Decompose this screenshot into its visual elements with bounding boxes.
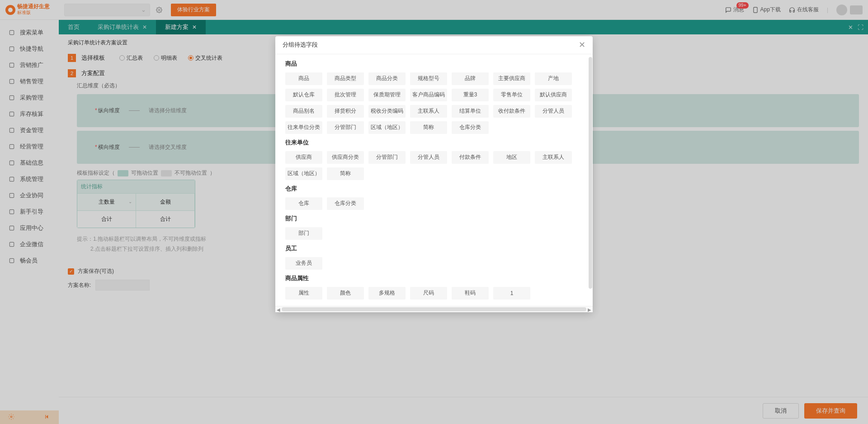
field-chip[interactable]: 部门 <box>285 227 322 240</box>
field-chip[interactable]: 商品类型 <box>327 72 364 85</box>
field-chip[interactable]: 保质期管理 <box>368 89 406 101</box>
field-chip[interactable]: 区域（地区） <box>368 121 406 134</box>
field-chip[interactable]: 仓库分类 <box>327 197 364 210</box>
field-group-4: 员工业务员 <box>285 244 583 270</box>
field-chip[interactable]: 分管部门 <box>327 121 364 134</box>
field-chip[interactable]: 分管人员 <box>535 105 572 118</box>
vertical-scrollbar[interactable] <box>588 54 593 306</box>
field-chip[interactable]: 零售单位 <box>493 89 530 101</box>
scroll-left-icon[interactable]: ◀ <box>275 306 282 313</box>
field-chip[interactable]: 主联系人 <box>535 151 572 164</box>
field-chip[interactable]: 收付款条件 <box>493 105 530 118</box>
field-group-title: 商品属性 <box>285 274 583 282</box>
field-chip[interactable]: 主要供应商 <box>493 72 530 85</box>
close-icon[interactable]: ✕ <box>579 40 585 50</box>
field-chip[interactable]: 仓库 <box>285 197 322 210</box>
modal-title: 分组待选字段 <box>283 41 318 49</box>
field-chip[interactable]: 分管部门 <box>368 151 406 164</box>
field-group-0: 商品商品商品类型商品分类规格型号品牌主要供应商产地默认仓库批次管理保质期管理客户… <box>285 60 583 134</box>
scroll-right-icon[interactable]: ▶ <box>586 306 593 313</box>
field-chip[interactable]: 尺码 <box>410 287 447 300</box>
field-group-3: 部门部门 <box>285 214 583 240</box>
field-chip[interactable]: 客户商品编码 <box>410 89 447 101</box>
field-chip[interactable]: 结算单位 <box>452 105 489 118</box>
field-chip[interactable]: 主联系人 <box>410 105 447 118</box>
field-chip[interactable]: 分管人员 <box>410 151 447 164</box>
field-chip[interactable]: 税收分类编码 <box>368 105 406 118</box>
field-group-title: 部门 <box>285 214 583 223</box>
field-group-title: 商品 <box>285 60 583 68</box>
field-chip[interactable]: 默认供应商 <box>535 89 572 101</box>
field-chip[interactable]: 供应商分类 <box>327 151 364 164</box>
field-chip[interactable]: 商品 <box>285 72 322 85</box>
field-chip[interactable]: 业务员 <box>285 257 322 270</box>
horizontal-scrollbar[interactable]: ◀ ▶ <box>275 306 593 312</box>
field-chip[interactable]: 仓库分类 <box>452 121 489 134</box>
field-chip[interactable]: 批次管理 <box>327 89 364 101</box>
field-chip[interactable]: 付款条件 <box>452 151 489 164</box>
field-chip[interactable]: 1 <box>493 287 530 300</box>
field-chip[interactable]: 地区 <box>493 151 530 164</box>
field-chip[interactable]: 区域（地区） <box>285 167 322 180</box>
field-group-2: 仓库仓库仓库分类 <box>285 185 583 210</box>
field-chip[interactable]: 供应商 <box>285 151 322 164</box>
field-selector-modal: 分组待选字段 ✕ 商品商品商品类型商品分类规格型号品牌主要供应商产地默认仓库批次… <box>275 36 593 312</box>
field-chip[interactable]: 规格型号 <box>410 72 447 85</box>
field-chip[interactable]: 商品分类 <box>368 72 406 85</box>
field-chip[interactable]: 多规格 <box>368 287 406 300</box>
field-chip[interactable]: 品牌 <box>452 72 489 85</box>
field-chip[interactable]: 属性 <box>285 287 322 300</box>
field-chip[interactable]: 商品别名 <box>285 105 322 118</box>
field-group-1: 往来单位供应商供应商分类分管部门分管人员付款条件地区主联系人区域（地区）简称 <box>285 138 583 180</box>
field-chip[interactable]: 往来单位分类 <box>285 121 322 134</box>
field-chip[interactable]: 默认仓库 <box>285 89 322 101</box>
modal-mask: 分组待选字段 ✕ 商品商品商品类型商品分类规格型号品牌主要供应商产地默认仓库批次… <box>0 0 868 424</box>
field-chip[interactable]: 颜色 <box>327 287 364 300</box>
field-group-title: 仓库 <box>285 185 583 193</box>
field-chip[interactable]: 简称 <box>410 121 447 134</box>
field-chip[interactable]: 鞋码 <box>452 287 489 300</box>
field-chip[interactable]: 重量3 <box>452 89 489 101</box>
field-chip[interactable]: 简称 <box>327 167 364 180</box>
field-chip[interactable]: 产地 <box>535 72 572 85</box>
field-group-5: 商品属性属性颜色多规格尺码鞋码1 <box>285 274 583 300</box>
field-group-title: 往来单位 <box>285 138 583 147</box>
modal-body: 商品商品商品类型商品分类规格型号品牌主要供应商产地默认仓库批次管理保质期管理客户… <box>275 54 593 306</box>
field-group-title: 员工 <box>285 244 583 252</box>
field-chip[interactable]: 择货积分 <box>327 105 364 118</box>
